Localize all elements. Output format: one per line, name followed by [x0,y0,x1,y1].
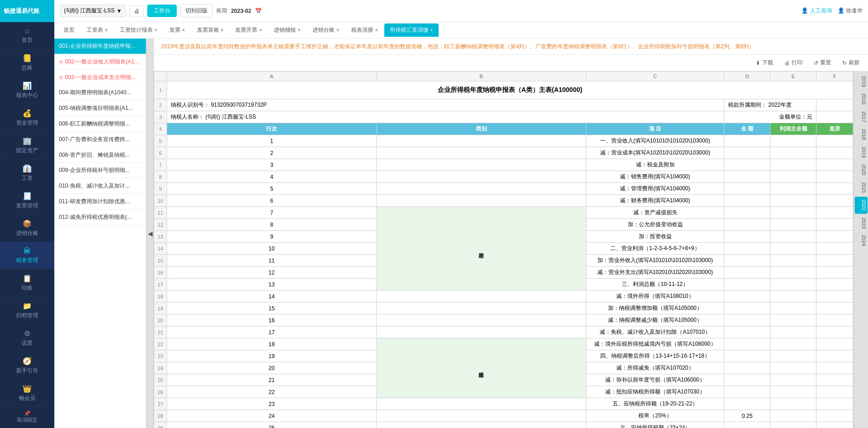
switch-version-button[interactable]: 切到旧版 [180,4,213,17]
taxpayer-id-row: 2 纳税人识别号： 91320500703719732P 税款所属期间： 202… [154,99,853,111]
col-label-jine: 全 额 [724,123,770,135]
tab-invoice-calc[interactable]: 发票算账 × [191,23,229,37]
table-row: 20 16 减：纳税调整减少额（填写A105000） [154,314,853,326]
sidebar-item-salary[interactable]: 👔 工资 [0,160,54,187]
topbar-right: 👤 人工咨询 👤 徐逢华 [801,7,862,15]
print-icon-btn[interactable]: 🖨 [130,6,144,17]
company-selector[interactable]: (勾削) 江西服宝-LSS ▼ [60,5,126,17]
sidebar-item-invoice[interactable]: 🧾 发票管理 [0,187,54,215]
left-panel-item-001[interactable]: 001-企业所得税年度纳税申报... [54,39,146,54]
year-item-2016[interactable]: 2016 [855,91,868,107]
tab-income-tax-close[interactable]: × [430,28,433,33]
tab-tax-clearance[interactable]: 税表清册 × [346,23,383,37]
left-panel-item-006[interactable]: 006-职工薪酬纳税调整明细... [54,116,146,132]
tab-home[interactable]: 首页 [58,23,80,37]
table-row: 29 25 六、应纳所得税额（23×24） [154,422,853,428]
taxpayer-id-value: 91320500703719732P [211,102,266,108]
year-item-2017[interactable]: 2017 [855,108,868,125]
year-item-2022[interactable]: 2022 [855,197,868,213]
table-row: 18 14 减：境外所得（填写A108010） [154,291,853,302]
left-panel-item-004[interactable]: 004-期间费用明细表(A1040... [54,85,146,101]
workspace-button[interactable]: 工作台 [147,5,177,17]
tab-purchase-ledger-close[interactable]: × [298,28,301,33]
left-panel-item-003[interactable]: ⊙ 003-一般企业成本支出明细... [54,70,146,86]
currency-label: 金额单位：元 [779,114,812,120]
download-button[interactable]: ⬇ 下载 [753,57,776,68]
left-panel-item-009[interactable]: 009-企业所得税补亏损明细... [54,163,146,178]
tab-purchase-account-close[interactable]: × [336,28,339,33]
app-logo: 畅捷通易代账 [0,0,54,22]
title-row: 1 企业所得税年度纳税申报表（A类）主表(A100000) [154,81,853,99]
col-label-diff: 差异 [816,123,853,135]
tab-purchase-ledger[interactable]: 进销稽核 × [268,23,306,37]
sidebar-item-tax[interactable]: 🏛 税务管理 [0,242,54,269]
sidebar: 畅捷通易代账 ⌂ 首页 📒 总账 📊 报表中心 💰 资金管理 🏢 固定资产 👔 … [0,0,54,428]
tab-invoice-open[interactable]: 发票开票 × [230,23,267,37]
sidebar-item-report[interactable]: 📊 报表中心 [0,77,54,104]
tab-salary-stat-close[interactable]: × [155,28,157,33]
left-panel-item-005[interactable]: 005-纳税调整项目明细表(A1... [54,101,146,116]
year-item-2024[interactable]: 2024 [855,232,868,249]
table-row: 7 3 减：税金及附加 [154,159,853,171]
left-panel-item-008[interactable]: 008-资产折旧、摊销及纳税... [54,148,146,163]
warning-bar: 2019年度涉及取以前年度结转数据的申报表单元格需要手工维护正确，才能保证本年及… [154,39,868,55]
pin-icon: 📌 [24,411,30,417]
table-row: 27 23 五、应纳税所得额（19-20-21-22） [154,398,853,410]
tab-invoice[interactable]: 发票 × [164,23,191,37]
tab-invoice-close[interactable]: × [182,28,185,33]
sidebar-item-guide[interactable]: 🧭 新手引导 [0,352,54,380]
reset-button[interactable]: ↺ 重置 [811,57,834,68]
sidebar-item-finance[interactable]: 💰 资金管理 [0,104,54,132]
year-item-2020[interactable]: 2020 [855,161,868,178]
tab-tax-clearance-close[interactable]: × [375,28,378,33]
col-label-xiangmu: 项 目 [586,123,724,135]
year-item-2019b[interactable]: 2019 [855,144,868,160]
table-row: 19 15 加：纳税调整增加额（填写A105000） [154,302,853,314]
tab-purchase-account[interactable]: 进销台账 × [307,23,345,37]
tabbar: 首页 工资表 × 工资统计报表 × 发票 × 发票算账 × 发票开票 × 进销稽… [54,22,868,39]
main-area: (勾削) 江西服宝-LSS ▼ 🖨 工作台 切到旧版 账期 2023-02 📅 … [54,0,868,428]
year-item-2021[interactable]: 2021 [855,179,868,196]
table-toolbar: ⬇ 下载 🖨 打印 ↺ 重置 ↻ 刷新 [154,55,868,71]
period-label: 账期 [216,7,227,15]
refresh-button[interactable]: ↻ 刷新 [839,57,862,68]
tab-salary-close[interactable]: × [105,28,108,33]
table-row: 11 7 利润总额计算 减：资产减值损失 [154,207,853,219]
tab-salary[interactable]: 工资表 × [81,23,113,37]
table-title: 企业所得税年度纳税申报表（A类）主表(A100000) [167,81,853,99]
sidebar-item-closing[interactable]: 📋 结账 [0,269,54,297]
sidebar-nav: ⌂ 首页 📒 总账 📊 报表中心 💰 资金管理 🏢 固定资产 👔 工资 🧾 发票… [0,22,54,405]
sidebar-item-member[interactable]: 👑 畅会员 [0,380,54,405]
sidebar-item-ledger[interactable]: 📒 总账 [0,49,54,77]
sidebar-unpin[interactable]: 📌 取消固定 [0,405,54,428]
print-button[interactable]: 🖨 打印 [781,57,805,68]
sidebar-item-archive[interactable]: 📁 归档管理 [0,297,54,325]
left-panel-item-011[interactable]: 011-研发费用加计扣除优惠... [54,194,146,210]
sidebar-item-home[interactable]: ⌂ 首页 [0,22,54,49]
left-panel-item-010[interactable]: 010-免税、减计收入及加计... [54,178,146,194]
tab-salary-stat[interactable]: 工资统计报表 × [114,23,163,37]
left-panel-item-007[interactable]: 007-广告费和业务宣传费跨... [54,132,146,148]
print-icon: 🖨 [784,60,790,66]
left-panel-item-012[interactable]: 012-减免所得税优惠明细表(... [54,210,146,225]
taxpayer-name-label: 纳税人名称： [171,114,204,120]
tab-invoice-calc-close[interactable]: × [221,28,224,33]
archive-icon: 📁 [23,302,32,310]
warning-text: 2019年度涉及取以前年度结转数据的申报表单元格需要手工维护正确，才能保证本年及… [161,43,754,50]
sidebar-item-settings[interactable]: ⚙ 设置 [0,325,54,352]
tab-income-tax[interactable]: 所得税汇算清缴 × [384,23,439,37]
member-icon: 👑 [23,384,32,393]
year-item-2019a[interactable]: 2019 [855,73,868,90]
col-header-b: B [376,72,586,81]
sidebar-item-purchase[interactable]: 📦 进销台账 [0,215,54,242]
col-header-rownum [154,72,167,81]
left-panel-item-002[interactable]: ⊙ 002-一般企业收入明细表(A1... [54,54,146,70]
panel-collapse-button[interactable]: ◀ [146,39,154,428]
salary-icon: 👔 [23,164,32,173]
year-item-2023[interactable]: 2023 [855,215,868,231]
tab-invoice-open-close[interactable]: × [259,28,262,33]
main-table: A B C D E F 1 企业所 [154,71,853,428]
sidebar-item-assets[interactable]: 🏢 固定资产 [0,132,54,160]
year-item-2018[interactable]: 2018 [855,126,868,143]
tax-icon: 🏛 [23,247,31,255]
